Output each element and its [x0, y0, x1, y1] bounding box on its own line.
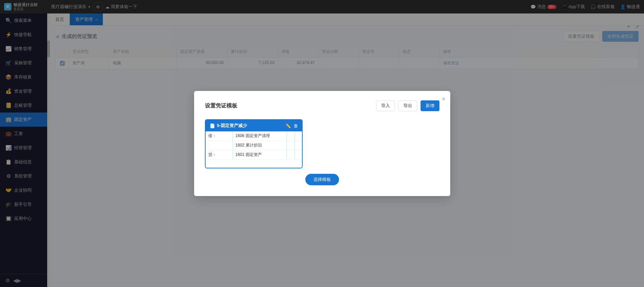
export-button[interactable]: 导出 [398, 100, 417, 111]
template-doc-icon: 📄 [210, 123, 215, 128]
template-entry-1: 借： 1606 固定资产清理 [206, 131, 302, 141]
modal-title: 设置凭证模板 [205, 102, 237, 109]
select-template-button[interactable]: 选择模板 [305, 174, 339, 185]
new-button[interactable]: 新增 [421, 100, 439, 111]
template-entry-empty [206, 160, 302, 168]
template-entry-2: 1602 累计折旧 [206, 141, 302, 150]
import-button[interactable]: 导入 [376, 100, 395, 111]
template-entry-3: 贷： 1601 固定资产 [206, 150, 302, 160]
template-card-title: 📄 5-固定资产减少 [210, 123, 247, 129]
template-card: 📄 5-固定资产减少 ✏️ 🗑 借： 1606 固定资产清理 [205, 119, 303, 168]
template-card-header: 📄 5-固定资产减少 ✏️ 🗑 [206, 120, 302, 131]
modal-header: 设置凭证模板 导入 导出 新增 [205, 100, 439, 111]
template-delete-icon[interactable]: 🗑 [294, 123, 298, 128]
modal-inner: 设置凭证模板 导入 导出 新增 📄 5-固定资产减少 ✏️ 🗑 [194, 91, 450, 196]
template-name: 5-固定资产减少 [217, 123, 247, 129]
template-edit-icon[interactable]: ✏️ [285, 123, 291, 128]
template-card-actions: ✏️ 🗑 [285, 123, 298, 128]
modal-overlay: 设置凭证模板 导入 导出 新增 📄 5-固定资产减少 ✏️ 🗑 [0, 0, 644, 287]
template-card-body: 借： 1606 固定资产清理 1602 累计折旧 贷： 1601 固定资产 [206, 131, 302, 168]
modal-action-buttons: 导入 导出 新增 [376, 100, 439, 111]
modal-close-button[interactable]: × [442, 96, 446, 103]
modal-dialog: 设置凭证模板 导入 导出 新增 📄 5-固定资产减少 ✏️ 🗑 [194, 91, 450, 196]
